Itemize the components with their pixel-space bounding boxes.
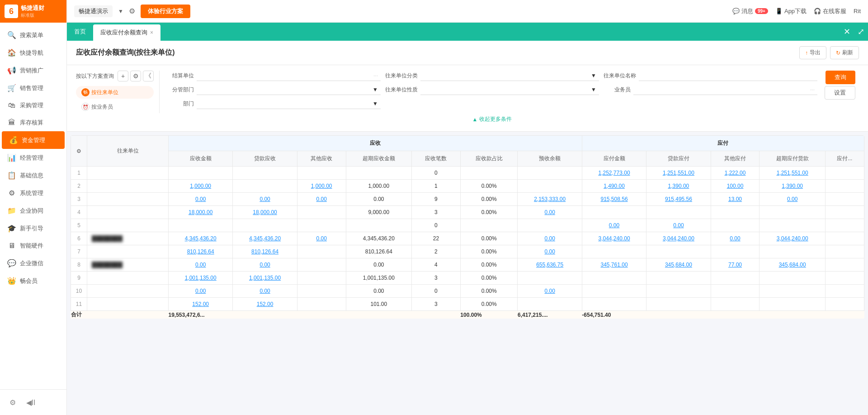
row-cell[interactable] [582, 285, 646, 298]
row-cell[interactable]: 0.00 [233, 258, 297, 272]
row-cell[interactable]: 3,044,240.00 [760, 232, 825, 245]
row-cell[interactable]: 18,000.00 [233, 206, 297, 219]
row-cell[interactable]: 810,126.64 [169, 245, 233, 258]
row-cell[interactable] [297, 245, 346, 258]
sidebar-item-basic[interactable]: 📋 基础信息 [0, 167, 66, 184]
wanglai-fen-select[interactable]: ▼ [420, 71, 599, 81]
query-button[interactable]: 查询 [826, 71, 855, 84]
row-cell[interactable] [582, 206, 646, 219]
fenguan-select[interactable]: ▼ [197, 85, 381, 95]
row-cell[interactable] [711, 285, 760, 298]
row-cell[interactable]: 345,684.00 [646, 258, 711, 272]
row-cell[interactable]: 0.00 [297, 232, 346, 245]
jiesuan-input[interactable]: ··· [197, 71, 381, 81]
refresh-button[interactable]: ↻ 刷新 [830, 46, 859, 59]
row-cell[interactable]: 0.00 [297, 193, 346, 206]
message-action[interactable]: 💬 消息 99+ [732, 7, 768, 15]
sidebar-item-finance[interactable]: 💰 资金管理 [2, 131, 65, 149]
sidebar-collapse-button[interactable]: ◀II [24, 395, 38, 410]
row-cell[interactable] [518, 298, 582, 311]
collapse-more-button[interactable]: ▲ 收起更多条件 [167, 113, 817, 126]
settings-button[interactable]: 设置 [825, 86, 855, 100]
row-cell[interactable] [233, 219, 297, 232]
sidebar-item-purchase[interactable]: 🛍 采购管理 [0, 97, 66, 114]
sidebar-item-member[interactable]: 👑 畅会员 [0, 272, 66, 290]
sidebar-item-sales[interactable]: 🛒 销售管理 [0, 79, 66, 97]
row-cell[interactable] [518, 167, 582, 180]
export-button[interactable]: ↑ 导出 [799, 46, 826, 59]
row-cell[interactable] [297, 219, 346, 232]
row-cell[interactable] [518, 219, 582, 232]
row-cell[interactable]: 0.00 [518, 245, 582, 258]
tab-close-icon[interactable]: × [150, 29, 153, 36]
row-cell[interactable] [646, 245, 711, 258]
row-cell[interactable] [297, 285, 346, 298]
sidebar-item-operation[interactable]: 📊 经营管理 [0, 149, 66, 167]
row-cell[interactable] [711, 245, 760, 258]
summary-ys-total[interactable]: 19,553,472,6... [169, 311, 233, 319]
row-cell[interactable]: 0.00 [518, 285, 582, 298]
sidebar-settings-button[interactable]: ⚙ [5, 395, 20, 410]
row-cell[interactable]: 345,761.00 [582, 258, 646, 272]
window-close-icon[interactable]: ✕ [840, 27, 854, 37]
industry-solution-button[interactable]: 体验行业方案 [141, 5, 190, 18]
yewuyuan-input[interactable]: ··· [633, 85, 817, 95]
row-cell[interactable] [297, 206, 346, 219]
row-cell[interactable] [711, 298, 760, 311]
sidebar-item-wechat[interactable]: 💬 企业微信 [0, 254, 66, 272]
row-cell[interactable]: 810,126.64 [233, 245, 297, 258]
sidebar-item-marketing[interactable]: 📢 营销推广 [0, 62, 66, 79]
row-cell[interactable]: 0.00 [233, 285, 297, 298]
row-cell[interactable] [233, 180, 297, 193]
wanglai-xing-select[interactable]: ▼ [420, 85, 599, 95]
tab-receivable-query[interactable]: 应收应付余额查询 × [93, 24, 160, 41]
row-cell[interactable] [646, 206, 711, 219]
row-cell[interactable] [518, 180, 582, 193]
row-cell[interactable]: 1,222.00 [711, 167, 760, 180]
row-cell[interactable] [582, 298, 646, 311]
row-cell[interactable]: 345,684.00 [760, 258, 825, 272]
row-cell[interactable]: 0.00 [233, 193, 297, 206]
row-cell[interactable]: 0.00 [582, 219, 646, 232]
row-cell[interactable]: 13.00 [711, 193, 760, 206]
row-cell[interactable]: 1,001,135.00 [169, 272, 233, 285]
sidebar-item-inventory[interactable]: 🏛 库存核算 [0, 114, 66, 131]
row-cell[interactable]: 3,044,240.00 [582, 232, 646, 245]
row-cell[interactable]: 4,345,436.20 [169, 232, 233, 245]
row-cell[interactable]: 915,508.56 [582, 193, 646, 206]
filter-collapse-button[interactable]: 《 [143, 71, 154, 81]
row-cell[interactable]: 1,000.00 [169, 180, 233, 193]
row-cell[interactable] [297, 298, 346, 311]
row-cell[interactable] [760, 219, 825, 232]
sidebar-item-hardware[interactable]: 🖥 智能硬件 [0, 237, 66, 254]
row-cell[interactable] [297, 272, 346, 285]
row-cell[interactable] [711, 272, 760, 285]
row-cell[interactable]: 1,251,551.00 [760, 167, 825, 180]
row-cell[interactable]: 0.00 [518, 232, 582, 245]
col-settings-header[interactable]: ⚙ [71, 136, 87, 167]
company-dropdown-icon[interactable]: ▼ [118, 8, 123, 14]
sidebar-item-corp[interactable]: 📁 企业协同 [0, 202, 66, 219]
scheme-tab-salesperson[interactable]: ⏰ 按业务员 [76, 100, 154, 113]
row-cell[interactable]: 0.00 [760, 193, 825, 206]
app-download-action[interactable]: 📱 App下载 [775, 7, 807, 15]
summary-ys-prepay[interactable]: 6,417,215.... [518, 311, 582, 319]
row-cell[interactable]: 1,490.00 [582, 180, 646, 193]
row-cell[interactable] [582, 272, 646, 285]
row-cell[interactable]: 2,153,333.00 [518, 193, 582, 206]
topbar-gear-icon[interactable]: ⚙ [129, 7, 135, 15]
row-cell[interactable]: 100.00 [711, 180, 760, 193]
row-cell[interactable]: 1,390.00 [760, 180, 825, 193]
wanglai-name-input[interactable] [639, 71, 817, 81]
row-cell[interactable]: 655,636.75 [518, 258, 582, 272]
row-cell[interactable]: 18,000.00 [169, 206, 233, 219]
row-cell[interactable]: 0.00 [646, 219, 711, 232]
online-service-action[interactable]: 🎧 在线客服 [814, 7, 846, 15]
row-cell[interactable]: 1,390.00 [646, 180, 711, 193]
sidebar-item-shortcut[interactable]: 🏠 快捷导航 [0, 44, 66, 62]
row-cell[interactable] [646, 285, 711, 298]
row-cell[interactable] [760, 206, 825, 219]
row-cell[interactable] [169, 219, 233, 232]
row-cell[interactable]: 0.00 [169, 193, 233, 206]
row-cell[interactable]: 915,495.56 [646, 193, 711, 206]
